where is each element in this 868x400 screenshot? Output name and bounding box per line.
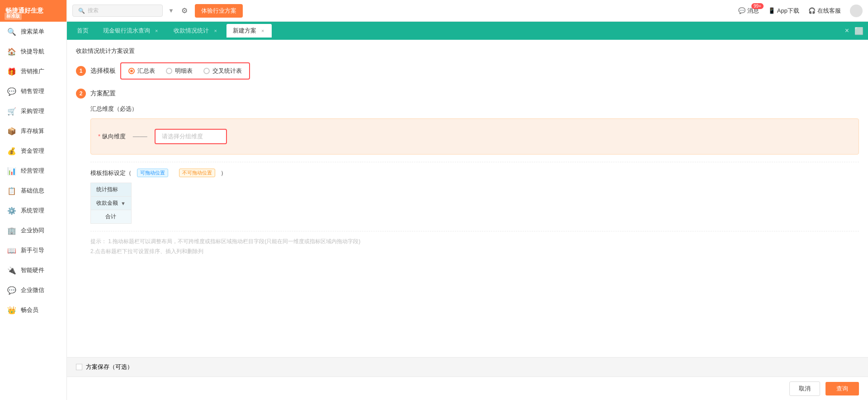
draggable-tag: 可拖动位置: [137, 169, 168, 177]
tab-home[interactable]: 首页: [71, 24, 95, 38]
sidebar-item-label: 采购管理: [21, 107, 44, 115]
tab-receipt-stats-close[interactable]: ×: [212, 28, 218, 34]
step2-number: 2: [76, 89, 86, 99]
sidebar-item-sales[interactable]: 💬 销售管理: [0, 81, 66, 101]
step1-header: 1 选择模板 汇总表 明细表 交叉统计表: [76, 62, 859, 80]
download-button[interactable]: 📱 App下载: [768, 7, 799, 15]
purchase-icon: 🛒: [7, 107, 16, 116]
query-button[interactable]: 查询: [826, 382, 859, 395]
indicator-subheader[interactable]: 收款金额 ▼: [91, 197, 131, 210]
download-label: App下载: [777, 7, 799, 15]
sidebar-item-label: 经营管理: [21, 167, 44, 175]
tab-bank-flow-label: 现金银行流水查询: [103, 27, 150, 35]
dimension-area: * 纵向维度 —— 请选择分组维度: [90, 118, 859, 155]
bottom-bar: 取消 查询: [67, 376, 868, 400]
radio-cross-circle: [203, 68, 210, 74]
topbar-right: 💬 消息 99+ 📱 App下载 🎧 在线客服: [738, 5, 863, 17]
tips-section: 提示： 1.拖动标题栏可以调整布局，不可跨维度或指标区域拖动栏目字段(只能在同一…: [90, 231, 859, 256]
template-options: 汇总表 明细表 交叉统计表: [120, 62, 250, 80]
save-plan-label: 方案保存（可选）: [86, 363, 133, 371]
sidebar-item-label: 库存核算: [21, 127, 44, 135]
tab-home-label: 首页: [77, 27, 89, 35]
tab-new-plan-label: 新建方案: [233, 27, 256, 35]
tab-new-plan[interactable]: 新建方案 ×: [226, 24, 272, 38]
sidebar-item-label: 基础信息: [21, 187, 44, 195]
step1-number: 1: [76, 66, 86, 76]
indicator-grid: 统计指标 收款金额 ▼ 合计: [90, 183, 859, 224]
vertical-dimension-label: 纵向维度: [102, 133, 126, 140]
sidebar-item-label: 企业微信: [21, 286, 44, 294]
tab-new-plan-close[interactable]: ×: [260, 28, 265, 34]
search-icon: 🔍: [78, 8, 85, 14]
indicator-header: 模板指标设定（ 可拖动位置 不可拖动位置 ）: [90, 169, 859, 177]
message-badge: 99+: [751, 3, 764, 9]
save-plan-checkbox[interactable]: [76, 364, 82, 370]
system-icon: ⚙️: [7, 207, 16, 215]
step2-header: 2 方案配置: [76, 89, 859, 99]
chevron-down-icon[interactable]: ▼: [121, 201, 126, 206]
radio-detail[interactable]: 明细表: [166, 67, 193, 75]
sidebar-item-marketing[interactable]: 🎁 营销推广: [0, 61, 66, 81]
indicator-col-header[interactable]: 统计指标: [91, 183, 131, 197]
home-icon: 🏠: [7, 47, 16, 56]
dimension-required-star: * 纵向维度: [98, 132, 126, 141]
sidebar-item-purchase[interactable]: 🛒 采购管理: [0, 101, 66, 121]
search-arrow-icon[interactable]: ▼: [168, 7, 174, 14]
trial-button[interactable]: 体验行业方案: [195, 4, 243, 18]
window-close-icon[interactable]: ×: [844, 26, 850, 36]
sidebar-item-quick-nav[interactable]: 🏠 快捷导航: [0, 42, 66, 61]
radio-summary[interactable]: 汇总表: [128, 67, 155, 75]
radio-summary-label: 汇总表: [137, 67, 155, 75]
finance-icon: 💰: [7, 147, 16, 155]
indicator-subheader-label: 收款金额: [96, 199, 118, 207]
operations-icon: 📊: [7, 167, 16, 175]
sidebar-item-wechat[interactable]: 💬 企业微信: [0, 280, 66, 300]
settings-icon[interactable]: ⚙: [181, 6, 188, 15]
service-button[interactable]: 🎧 在线客服: [808, 7, 841, 15]
sidebar-item-basic-info[interactable]: 📋 基础信息: [0, 181, 66, 201]
basic-info-icon: 📋: [7, 187, 16, 195]
message-button[interactable]: 💬 消息 99+: [738, 7, 759, 15]
radio-cross-label: 交叉统计表: [212, 67, 242, 75]
service-label: 在线客服: [817, 7, 841, 15]
sidebar-item-operations[interactable]: 📊 经营管理: [0, 161, 66, 181]
tab-receipt-stats[interactable]: 收款情况统计 ×: [167, 24, 224, 38]
step1-section: 1 选择模板 汇总表 明细表 交叉统计表: [76, 62, 859, 80]
cancel-button[interactable]: 取消: [789, 381, 820, 396]
main-area: 🔍 搜索 ▼ ⚙ 体验行业方案 💬 消息 99+ 📱 App下载 🎧 在线客服: [67, 0, 868, 400]
radio-cross[interactable]: 交叉统计表: [203, 67, 242, 75]
step2-section: 2 方案配置 汇总维度（必选） * 纵向维度 —— 请选择分组维度: [76, 89, 859, 256]
tab-bank-flow-close[interactable]: ×: [154, 28, 159, 34]
dimension-title: 汇总维度（必选）: [90, 105, 859, 113]
sidebar-item-smart-hw[interactable]: 🔌 智能硬件: [0, 260, 66, 280]
sidebar-item-member[interactable]: 👑 畅会员: [0, 300, 66, 320]
search-menu-icon: 🔍: [7, 28, 16, 36]
radio-detail-circle: [166, 68, 172, 74]
sidebar-item-search-menu[interactable]: 🔍 搜索菜单: [0, 22, 66, 42]
indicator-col-title: 统计指标: [96, 186, 118, 193]
dimension-arrow: ——: [133, 132, 147, 141]
indicator-suffix: ）: [221, 169, 226, 177]
indicator-footer: 合计: [91, 210, 131, 223]
user-avatar[interactable]: [850, 5, 863, 17]
tab-receipt-stats-label: 收款情况统计: [174, 27, 209, 35]
sidebar-item-label: 快捷导航: [21, 47, 44, 56]
page-content: 收款情况统计方案设置 1 选择模板 汇总表 明细表: [67, 40, 868, 400]
sidebar-item-inventory[interactable]: 📦 库存核算: [0, 121, 66, 141]
sidebar-item-finance[interactable]: 💰 资金管理: [0, 141, 66, 161]
dimension-select[interactable]: 请选择分组维度: [155, 129, 227, 144]
content-area: 收款情况统计方案设置 1 选择模板 汇总表 明细表: [67, 40, 868, 357]
sidebar-item-system[interactable]: ⚙️ 系统管理: [0, 201, 66, 221]
tab-bank-flow[interactable]: 现金银行流水查询 ×: [97, 24, 165, 38]
footer-checkbox-area: 方案保存（可选）: [67, 357, 868, 376]
sidebar-item-enterprise[interactable]: 🏢 企业协同: [0, 221, 66, 240]
window-maximize-icon[interactable]: ⬜: [854, 26, 864, 36]
tip-line2: 2.点击标题栏下拉可设置排序、插入列和删除列: [90, 247, 859, 257]
gift-icon: 🎁: [7, 67, 16, 76]
sidebar-item-label: 搜索菜单: [21, 28, 44, 36]
sidebar-item-guide[interactable]: 📖 新手引导: [0, 240, 66, 260]
sidebar-item-label: 畅会员: [21, 306, 38, 314]
sidebar-item-label: 新手引导: [21, 246, 44, 254]
sidebar: 畅捷通好生意 标准版 🔍 搜索菜单 🏠 快捷导航 🎁 营销推广 💬 销售管理 🛒…: [0, 0, 67, 400]
search-box[interactable]: 🔍 搜索: [72, 5, 163, 17]
